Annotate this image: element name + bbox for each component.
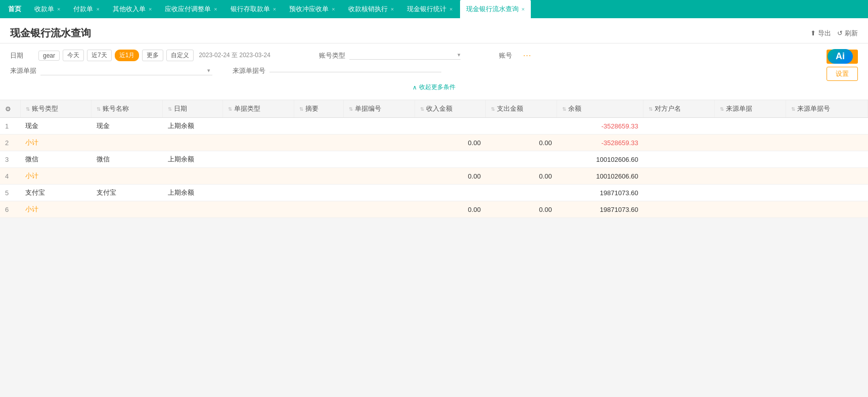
date-label: 日期 — [10, 51, 30, 60]
col-doc-no[interactable]: ⇅单据编号 — [343, 100, 415, 118]
cell-date: 上期余额 — [163, 151, 223, 168]
date-yesterday[interactable]: gear — [38, 51, 60, 61]
nav-bank-deposit[interactable]: 银行存取款单 × — [224, 0, 282, 18]
cell-balance: 19871073.60 — [557, 185, 644, 201]
top-navigation: 首页 收款单 × 付款单 × 其他收入单 × 应收应付调整单 × 银行存取款单 … — [0, 0, 868, 18]
nav-payments[interactable]: 付款单 × — [67, 0, 105, 18]
filter-area: 日期 gear 今天 近7天 近1月 更多 自定义 2023-02-24 至 2… — [0, 43, 868, 100]
sort-icon: ⇅ — [299, 106, 303, 112]
cell-counterparty — [644, 168, 715, 185]
nav-prepay-offset[interactable]: 预收冲应收单 × — [283, 0, 341, 18]
cell-source-doc-no — [786, 118, 867, 135]
chevron-down-icon: ▾ — [458, 52, 461, 58]
nav-cash-bank-stats[interactable]: 现金银行统计 × — [401, 0, 459, 18]
cell-expense — [486, 185, 557, 201]
row-number: 1 — [0, 118, 20, 135]
nav-cash-bank-flow[interactable]: 现金银行流水查询 × — [460, 0, 531, 18]
row-number: 5 — [0, 185, 20, 201]
table-row: 1 现金 现金 上期余额 -3528659.33 — [0, 118, 868, 135]
cell-counterparty — [644, 135, 715, 151]
cell-doc-no — [343, 118, 415, 135]
cell-summary — [294, 151, 344, 168]
nav-receipts[interactable]: 收款单 × — [28, 0, 66, 18]
source-doc-no-field: 来源单据号 — [233, 66, 441, 75]
cell-date: 上期余额 — [163, 118, 223, 135]
refresh-button[interactable]: ↺ 刷新 — [837, 29, 858, 38]
source-doc-row: 来源单据 ▾ 来源单据号 — [10, 66, 816, 75]
nav-other-income[interactable]: 其他收入单 × — [107, 0, 158, 18]
close-icon[interactable]: × — [149, 6, 152, 12]
cell-income: 0.00 — [415, 135, 486, 151]
sort-icon: ⇅ — [720, 106, 724, 112]
close-icon[interactable]: × — [449, 6, 452, 12]
cell-source-doc-no — [786, 135, 867, 151]
cell-doc-type — [223, 135, 294, 151]
cell-source-doc — [714, 151, 786, 168]
gear-icon[interactable]: ⚙ — [5, 105, 11, 113]
sort-icon: ⇅ — [349, 106, 353, 112]
cell-expense: 0.00 — [486, 201, 557, 218]
cell-counterparty — [644, 201, 715, 218]
page-header: 现金银行流水查询 ⬆ 导出 ↺ 刷新 — [0, 18, 868, 43]
cell-doc-no — [343, 185, 415, 201]
close-icon[interactable]: × — [96, 6, 99, 12]
cell-expense — [486, 118, 557, 135]
date-7days[interactable]: 近7天 — [87, 50, 112, 61]
sort-icon: ⇅ — [491, 106, 495, 112]
source-doc-select[interactable]: ▾ — [40, 66, 212, 75]
col-date[interactable]: ⇅日期 — [163, 100, 223, 118]
cell-account-name: 微信 — [92, 151, 163, 168]
export-icon: ⬆ — [810, 29, 816, 37]
col-account-type[interactable]: ⇅账号类型 — [20, 100, 92, 118]
close-icon[interactable]: × — [332, 6, 335, 12]
account-type-select[interactable]: ▾ — [349, 52, 461, 60]
cell-source-doc-no — [786, 168, 867, 185]
cell-account-type: 小计 — [20, 201, 92, 218]
cell-doc-type — [223, 168, 294, 185]
close-icon[interactable]: × — [522, 6, 525, 12]
close-icon[interactable]: × — [57, 6, 60, 12]
cell-source-doc-no — [786, 151, 867, 168]
close-icon[interactable]: × — [273, 6, 276, 12]
export-button[interactable]: ⬆ 导出 — [810, 29, 831, 38]
col-income[interactable]: ⇅收入金额 — [415, 100, 486, 118]
cell-account-type: 微信 — [20, 151, 92, 168]
cell-account-name — [92, 135, 163, 151]
account-no-dots-button[interactable]: ··· — [523, 51, 531, 60]
cell-balance: -3528659.33 — [557, 135, 644, 151]
col-counterparty[interactable]: ⇅对方户名 — [644, 100, 715, 118]
col-source-doc[interactable]: ⇅来源单据 — [714, 100, 786, 118]
col-source-doc-no[interactable]: ⇅来源单据号 — [786, 100, 867, 118]
date-1month[interactable]: 近1月 — [115, 50, 140, 61]
cell-counterparty — [644, 118, 715, 135]
collapse-bar[interactable]: ∧ 收起更多条件 — [10, 81, 858, 94]
col-summary[interactable]: ⇅摘要 — [294, 100, 344, 118]
cell-date — [163, 168, 223, 185]
settings-button[interactable]: 设置 — [827, 67, 858, 81]
date-today[interactable]: 今天 — [63, 50, 84, 61]
ai-badge[interactable]: Ai — [828, 49, 853, 64]
cell-account-type: 小计 — [20, 135, 92, 151]
sort-icon: ⇅ — [26, 106, 30, 112]
col-expense[interactable]: ⇅支出金额 — [486, 100, 557, 118]
source-doc-no-input[interactable] — [269, 70, 441, 72]
close-icon[interactable]: × — [214, 6, 217, 12]
cell-summary — [294, 168, 344, 185]
col-account-name[interactable]: ⇅账号名称 — [92, 100, 163, 118]
cell-source-doc — [714, 135, 786, 151]
cell-income: 0.00 — [415, 168, 486, 185]
cell-account-name: 现金 — [92, 118, 163, 135]
cell-expense — [486, 151, 557, 168]
col-doc-type[interactable]: ⇅单据类型 — [223, 100, 294, 118]
nav-ar-ap-adjust[interactable]: 应收应付调整单 × — [159, 0, 223, 18]
nav-receipt-verify[interactable]: 收款核销执行 × — [342, 0, 400, 18]
col-balance[interactable]: ⇅余额 — [557, 100, 644, 118]
nav-home[interactable]: 首页 — [2, 0, 27, 18]
date-more[interactable]: 更多 — [142, 50, 163, 61]
date-custom[interactable]: 自定义 — [166, 50, 194, 61]
close-icon[interactable]: × — [391, 6, 394, 12]
refresh-icon: ↺ — [837, 29, 843, 37]
cell-date — [163, 135, 223, 151]
sort-icon: ⇅ — [97, 106, 101, 112]
sort-icon: ⇅ — [420, 106, 424, 112]
